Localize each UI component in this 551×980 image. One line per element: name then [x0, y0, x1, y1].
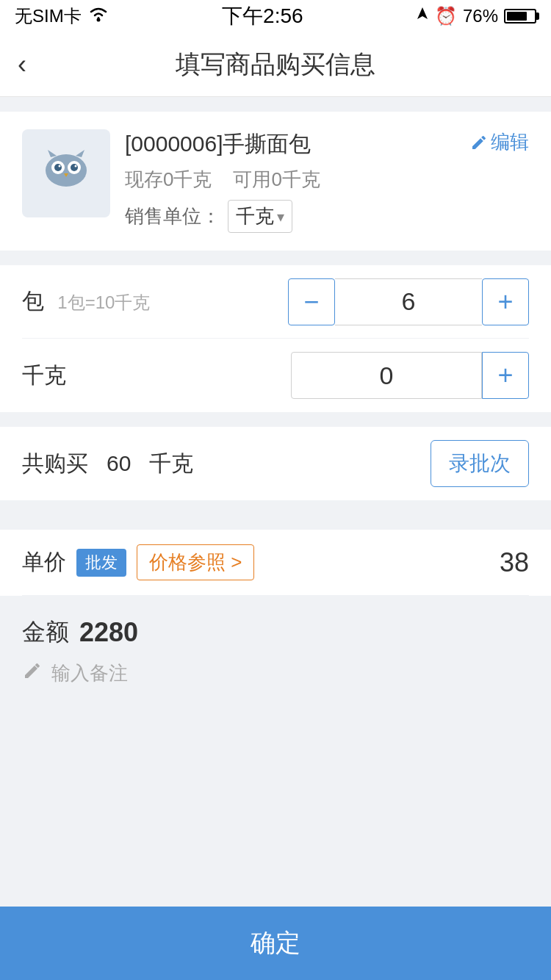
page-title: 填写商品购买信息	[176, 48, 375, 82]
price-value: 38	[500, 547, 529, 578]
product-info: [0000006]手撕面包 编辑 现存0千克 可用0千克 销售单位： 千克 ▾	[125, 129, 529, 233]
kilogram-label: 千克	[22, 361, 291, 391]
divider-2	[0, 412, 551, 427]
kilogram-input[interactable]	[291, 352, 482, 399]
alarm-icon: ⏰	[435, 6, 457, 26]
svg-point-7	[75, 165, 77, 167]
status-bar: 无SIM卡 下午2:56 ⏰ 76%	[0, 0, 551, 32]
amount-row: 金额 2280	[22, 616, 529, 649]
price-ref-button[interactable]: 价格参照 >	[137, 544, 254, 580]
product-stock: 现存0千克 可用0千克	[125, 167, 529, 192]
package-row: 包 1包=10千克 − +	[22, 265, 529, 339]
note-placeholder: 输入备注	[51, 660, 128, 686]
price-tag: 批发	[76, 549, 126, 577]
total-section: 共购买 60 千克 录批次	[0, 427, 551, 500]
kilogram-row: 千克 +	[22, 339, 529, 412]
confirm-button[interactable]: 确定	[251, 926, 300, 960]
status-left: 无SIM卡	[15, 4, 109, 28]
back-button[interactable]: ‹	[18, 49, 26, 80]
kilogram-qty-control: +	[291, 352, 529, 399]
input-section: 包 1包=10千克 − + 千克 +	[0, 265, 551, 412]
unit-select[interactable]: 千克 ▾	[228, 200, 292, 233]
gps-icon	[416, 6, 429, 26]
package-minus-button[interactable]: −	[288, 278, 335, 325]
product-name: [0000006]手撕面包	[125, 129, 311, 159]
product-logo	[40, 147, 92, 200]
batch-button[interactable]: 录批次	[431, 440, 529, 487]
amount-label: 金额	[22, 616, 69, 649]
package-sub: 1包=10千克	[57, 292, 150, 312]
package-qty-control: − +	[288, 278, 529, 325]
price-section: 单价 批发 价格参照 > 38	[0, 530, 551, 596]
package-label: 包 1包=10千克	[22, 287, 288, 317]
divider-3	[0, 500, 551, 515]
svg-point-4	[54, 164, 62, 171]
svg-point-5	[71, 164, 78, 171]
nav-bar: ‹ 填写商品购买信息	[0, 32, 551, 97]
confirm-bar[interactable]: 确定	[0, 907, 551, 980]
carrier-label: 无SIM卡	[15, 4, 82, 28]
divider-1	[0, 251, 551, 265]
kilogram-plus-button[interactable]: +	[482, 352, 529, 399]
price-label: 单价	[22, 547, 66, 577]
total-text: 共购买 60 千克	[22, 449, 431, 479]
status-time: 下午2:56	[222, 2, 303, 30]
note-row[interactable]: 输入备注	[22, 660, 529, 686]
svg-point-6	[59, 165, 61, 167]
dropdown-arrow: ▾	[277, 208, 284, 226]
status-right: ⏰ 76%	[416, 6, 536, 26]
price-row: 单价 批发 价格参照 > 38	[22, 530, 529, 596]
edit-button[interactable]: 编辑	[470, 129, 529, 155]
amount-section: 金额 2280 输入备注	[0, 596, 551, 701]
product-card: [0000006]手撕面包 编辑 现存0千克 可用0千克 销售单位： 千克 ▾	[0, 112, 551, 251]
wifi-icon	[87, 6, 109, 26]
product-image	[22, 129, 110, 217]
package-input[interactable]	[335, 278, 482, 325]
package-plus-button[interactable]: +	[482, 278, 529, 325]
svg-point-1	[46, 154, 87, 187]
amount-value: 2280	[79, 617, 138, 648]
pencil-icon	[22, 660, 43, 686]
product-unit: 销售单位： 千克 ▾	[125, 200, 529, 233]
battery-percent: 76%	[463, 6, 498, 26]
total-amount: 60	[107, 451, 131, 475]
battery-icon	[504, 9, 536, 24]
svg-point-0	[96, 18, 100, 22]
